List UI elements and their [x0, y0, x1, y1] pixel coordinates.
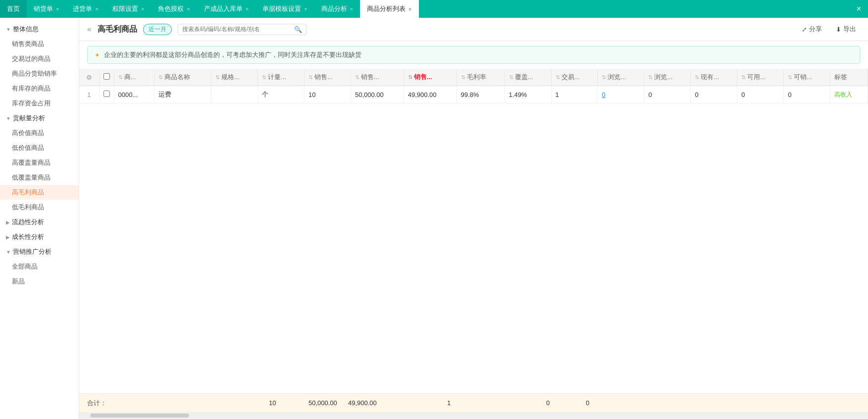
close-template-settings[interactable]: × [304, 6, 307, 12]
sidebar-item-in-stock-goods[interactable]: 有库存的商品 [0, 81, 79, 96]
search-input[interactable] [182, 26, 291, 33]
sidebar-item-goods-assist-rate[interactable]: 商品分货助销率 [0, 66, 79, 81]
sidebar-item-inventory-funds[interactable]: 库存资金占用 [0, 96, 79, 111]
arrow-icon: ▼ [6, 27, 11, 32]
sidebar-item-high-value[interactable]: 高价值商品 [0, 126, 79, 140]
close-sales-order[interactable]: × [56, 6, 59, 12]
row-sales1: 10 [304, 86, 351, 103]
sidebar-item-new-goods[interactable]: 新品 [0, 274, 79, 289]
arrow-icon: ▼ [6, 249, 11, 255]
col-transaction[interactable]: ⇅交易... [551, 69, 598, 86]
row-num: 1 [79, 86, 99, 103]
export-button[interactable]: ⬇ 导出 [832, 23, 860, 36]
row-code: 0000... [114, 86, 154, 103]
close-purchase-order[interactable]: × [95, 6, 98, 12]
col-coverage[interactable]: ⇅覆盖... [505, 69, 551, 86]
settings-icon[interactable]: ⚙ [86, 74, 92, 81]
nav-template-settings[interactable]: 单据模板设置 × [255, 0, 314, 18]
row-checkbox[interactable] [99, 86, 114, 103]
scrollbar-thumb[interactable] [90, 414, 189, 418]
sidebar-group-trend[interactable]: ▶ 流趋性分析 [0, 215, 79, 230]
share-icon: ⤢ [802, 26, 807, 33]
nav-sales-order[interactable]: 销货单 × [27, 0, 66, 18]
row-unit: 个 [258, 86, 305, 103]
nav-purchase-order[interactable]: 进货单 × [66, 0, 105, 18]
close-product-analysis[interactable]: × [350, 6, 353, 12]
sidebar: ▼ 整体信息 销售类商品 交易过的商品 商品分货助销率 有库存的商品 库存资金占… [0, 18, 79, 419]
product-table: ⚙ ⇅商... ⇅商品名称 ⇅规格... [79, 69, 868, 103]
nav-home[interactable]: 首页 [0, 0, 27, 18]
col-sales2[interactable]: ⇅销售... [351, 69, 404, 86]
col-unit[interactable]: ⇅计量... [258, 69, 305, 86]
sidebar-item-low-margin[interactable]: 低毛利商品 [0, 200, 79, 215]
footer-current: 0 [542, 399, 582, 407]
col-name[interactable]: ⇅商品名称 [154, 69, 211, 86]
col-sales3[interactable]: ⇅销售... [404, 69, 457, 86]
nav-product-analysis[interactable]: 商品分析 × [314, 0, 360, 18]
export-icon: ⬇ [836, 26, 841, 33]
horizontal-scrollbar[interactable] [79, 412, 868, 419]
sidebar-group-growth[interactable]: ▶ 成长性分析 [0, 230, 79, 244]
sidebar-collapse-button[interactable]: « [87, 25, 92, 34]
col-tag[interactable]: 标签 [830, 69, 868, 86]
row-name: 运费 [154, 86, 211, 103]
top-navigation: 首页 销货单 × 进货单 × 权限设置 × 角色授权 × 产成品入库单 × 单据… [0, 0, 868, 18]
row-tag: 高收入 [830, 86, 868, 103]
select-all-checkbox[interactable] [103, 73, 110, 80]
sidebar-group-overall[interactable]: ▼ 整体信息 [0, 22, 79, 37]
close-finished-goods[interactable]: × [246, 6, 249, 12]
sidebar-item-low-coverage[interactable]: 低覆盖量商品 [0, 170, 79, 185]
table-row: 1 0000... 运费 个 [79, 86, 868, 103]
tip-icon: ✦ [95, 51, 100, 59]
sidebar-item-all-goods[interactable]: 全部商品 [0, 259, 79, 274]
sidebar-group-marketing[interactable]: ▼ 营销推广分析 [0, 244, 79, 259]
arrow-right-icon: ▶ [6, 234, 10, 240]
share-button[interactable]: ⤢ 分享 [798, 23, 826, 36]
sidebar-item-traded-goods[interactable]: 交易过的商品 [0, 51, 79, 66]
nav-role-auth[interactable]: 角色授权 × [151, 0, 197, 18]
nav-finished-goods[interactable]: 产成品入库单 × [197, 0, 255, 18]
row-browse1[interactable]: 0 [598, 86, 644, 103]
table-wrapper: ⚙ ⇅商... ⇅商品名称 ⇅规格... [79, 69, 868, 393]
table-footer: 合计： 10 50,000.00 49,900.00 1 0 0 [79, 393, 868, 412]
window-close-button[interactable]: × [850, 0, 868, 18]
nav-permission-settings[interactable]: 权限设置 × [105, 0, 151, 18]
col-sales1[interactable]: ⇅销售... [304, 69, 351, 86]
col-current[interactable]: ⇅现有... [691, 69, 737, 86]
nav-product-analysis-list[interactable]: 商品分析列表 × [360, 0, 418, 18]
close-product-analysis-list[interactable]: × [408, 6, 411, 12]
content-area: « 高毛利商品 近一月 🔍 ⤢ 分享 ⬇ 导出 ✦ 企业的主要的利润都是这部分商… [79, 18, 868, 419]
arrow-icon: ▼ [6, 116, 11, 121]
sidebar-item-high-coverage[interactable]: 高覆盖量商品 [0, 155, 79, 170]
search-icon[interactable]: 🔍 [294, 26, 302, 33]
row-gross-rate: 99.8% [457, 86, 505, 103]
info-banner: ✦ 企业的主要的利润都是这部分商品创造的，可考虑加大推广，同时关注库存是不要出现… [87, 46, 860, 64]
col-browse2[interactable]: ⇅浏览... [644, 69, 691, 86]
row-transaction: 1 [551, 86, 598, 103]
sidebar-item-low-value[interactable]: 低价值商品 [0, 140, 79, 155]
footer-available: 0 [582, 399, 621, 407]
total-label: 合计： [87, 399, 106, 408]
row-select-checkbox[interactable] [103, 91, 110, 97]
row-sales3: 49,900.00 [404, 86, 457, 103]
close-role-auth[interactable]: × [187, 6, 190, 12]
footer-values: 10 50,000.00 49,900.00 1 0 0 [116, 399, 860, 407]
col-available[interactable]: ⇅可用... [737, 69, 784, 86]
footer-sales1: 10 [265, 399, 305, 407]
footer-transaction: 1 [443, 399, 483, 407]
arrow-right-icon: ▶ [6, 220, 10, 225]
sidebar-group-contribution[interactable]: ▼ 贡献量分析 [0, 111, 79, 126]
col-num: ⚙ [79, 69, 99, 86]
sidebar-item-sales-goods[interactable]: 销售类商品 [0, 37, 79, 51]
row-browse2: 0 [644, 86, 691, 103]
close-permission-settings[interactable]: × [141, 6, 144, 12]
page-title: 高毛利商品 [98, 24, 137, 35]
col-code[interactable]: ⇅商... [114, 69, 154, 86]
col-gross-rate[interactable]: ⇅毛利率 [457, 69, 505, 86]
row-sales2: 50,000.00 [351, 86, 404, 103]
sidebar-item-high-margin[interactable]: 高毛利商品 [0, 185, 79, 200]
col-sellable[interactable]: ⇅可销... [784, 69, 830, 86]
col-spec[interactable]: ⇅规格... [211, 69, 258, 86]
filter-recent-month-button[interactable]: 近一月 [143, 24, 172, 35]
col-browse1[interactable]: ⇅浏览... [598, 69, 644, 86]
